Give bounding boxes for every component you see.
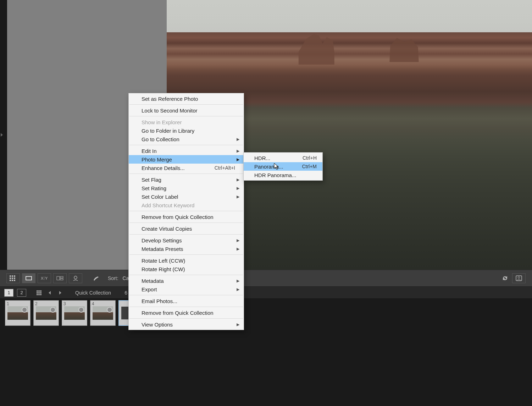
svg-text:Y: Y [45,276,48,280]
menu-metadata-presets[interactable]: Metadata Presets▶ [129,245,244,253]
menu-metadata[interactable]: Metadata▶ [129,276,244,285]
svg-rect-14 [60,276,63,278]
svg-rect-15 [60,279,63,280]
grid-view-button[interactable] [6,273,20,283]
submenu-hdr[interactable]: HDR...Ctrl+H [244,154,322,162]
menu-enhance-details[interactable]: Enhance Details...Ctrl+Alt+I [129,164,244,172]
svg-rect-11 [44,276,44,280]
submenu-arrow-icon: ▶ [237,149,239,153]
svg-rect-13 [57,276,60,280]
submenu-arrow-icon: ▶ [237,247,239,251]
svg-rect-2 [14,275,15,277]
sort-label: Sort: [108,275,118,281]
submenu-arrow-icon: ▶ [237,322,239,327]
menu-set-reference-photo[interactable]: Set as Reference Photo [129,94,244,103]
compare-view-button[interactable]: XY [38,273,51,283]
svg-rect-20 [38,290,40,292]
loupe-view-button[interactable] [22,273,35,283]
thumbnail-4[interactable]: 4 [90,300,116,326]
svg-rect-22 [37,292,38,293]
filmstrip[interactable]: 1 2 3 4 5 [0,299,532,328]
prev-photo-icon[interactable] [46,289,53,296]
menu-rotate-left[interactable]: Rotate Left (CCW) [129,256,244,265]
main-area [0,0,532,270]
status-badge-icon [107,307,112,313]
svg-rect-24 [40,292,41,293]
painter-tool-button[interactable] [89,273,103,283]
submenu-hdr-panorama[interactable]: HDR Panorama... [244,171,322,179]
submenu-arrow-icon: ▶ [237,157,239,162]
menu-edit-in[interactable]: Edit In▶ [129,147,244,155]
context-menu: Set as Reference Photo Lock to Second Mo… [128,93,244,330]
menu-set-color-label[interactable]: Set Color Label▶ [129,192,244,201]
submenu-arrow-icon: ▶ [237,287,239,292]
window-2-button[interactable]: 2 [17,289,26,297]
svg-rect-27 [40,294,41,295]
sync-button[interactable] [500,273,510,283]
svg-rect-1 [12,275,13,277]
submenu-arrow-icon: ▶ [237,279,239,283]
menu-set-rating[interactable]: Set Rating▶ [129,184,244,192]
status-badge-icon [78,307,84,313]
submenu-arrow-icon: ▶ [237,137,239,142]
submenu-arrow-icon: ▶ [237,238,239,243]
svg-rect-3 [10,278,11,279]
svg-rect-5 [14,278,15,279]
submenu-panorama[interactable]: Panorama...Ctrl+M [244,162,322,171]
svg-point-18 [518,277,520,279]
svg-rect-4 [12,278,13,279]
menu-photo-merge[interactable]: Photo Merge▶ [129,155,244,164]
face-tag-button[interactable] [512,273,526,283]
svg-rect-25 [37,294,38,295]
expand-panel-icon[interactable] [0,131,4,138]
status-badge-icon [22,307,27,313]
thumbnail-3[interactable]: 3 [62,300,87,326]
menu-view-options[interactable]: View Options▶ [129,320,244,329]
grid-mini-icon[interactable] [35,289,43,296]
menu-develop-settings[interactable]: Develop Settings▶ [129,236,244,245]
svg-rect-26 [38,294,40,295]
secondary-bar: 1 2 Quick Collection 6 photos [0,287,532,299]
svg-rect-8 [14,280,15,281]
menu-email-photos[interactable]: Email Photos... [129,297,244,305]
thumbnail-1[interactable]: 1 [5,300,31,326]
menu-rotate-right[interactable]: Rotate Right (CW) [129,265,244,273]
window-1-button[interactable]: 1 [4,289,13,297]
svg-rect-7 [12,280,13,281]
menu-go-to-collection[interactable]: Go to Collection▶ [129,135,244,143]
svg-rect-21 [40,290,41,292]
shortcut-label: Ctrl+Alt+I [215,165,235,171]
svg-rect-0 [10,275,11,277]
shortcut-label: Ctrl+M [302,164,317,169]
menu-create-virtual-copies[interactable]: Create Virtual Copies [129,224,244,233]
next-photo-icon[interactable] [57,289,64,296]
menu-go-to-folder[interactable]: Go to Folder in Library [129,126,244,135]
shortcut-label: Ctrl+H [303,155,317,161]
menu-remove-from-quick-collection-2[interactable]: Remove from Quick Collection [129,308,244,317]
toolbar: XY Sort: Capt [0,270,532,287]
menu-export[interactable]: Export▶ [129,285,244,293]
thumbnail-2[interactable]: 2 [33,300,59,326]
svg-rect-6 [10,280,11,281]
status-badge-icon [50,307,56,313]
menu-show-in-explorer: Show in Explorer [129,118,244,126]
collection-name[interactable]: Quick Collection [75,290,111,296]
menu-remove-from-quick-collection[interactable]: Remove from Quick Collection [129,213,244,221]
side-panel [0,0,7,270]
menu-lock-second-monitor[interactable]: Lock to Second Monitor [129,106,244,115]
svg-rect-23 [38,292,40,293]
svg-point-16 [74,276,77,279]
submenu-arrow-icon: ▶ [237,194,239,199]
submenu-arrow-icon: ▶ [237,177,239,182]
menu-add-shortcut-keyword: Add Shortcut Keyword [129,201,244,209]
submenu-arrow-icon: ▶ [237,186,239,191]
people-view-button[interactable] [69,273,82,283]
svg-text:X: X [41,276,44,280]
photo-merge-submenu: HDR...Ctrl+H Panorama...Ctrl+M HDR Panor… [243,152,323,181]
survey-view-button[interactable] [53,273,67,283]
svg-rect-19 [37,290,38,292]
svg-rect-9 [26,276,32,280]
menu-set-flag[interactable]: Set Flag▶ [129,175,244,184]
